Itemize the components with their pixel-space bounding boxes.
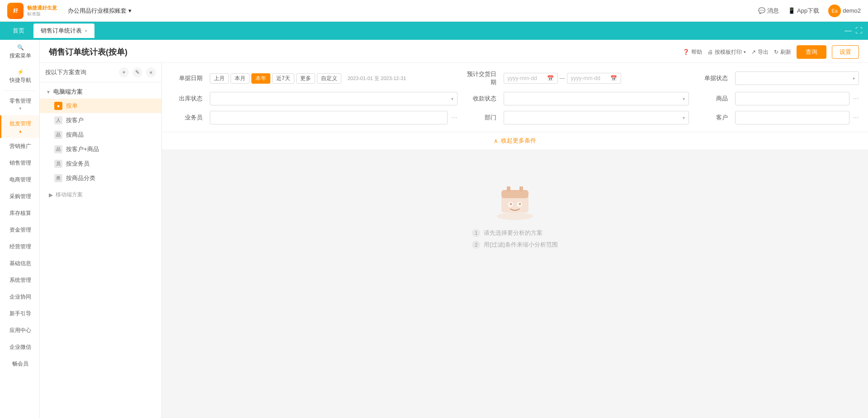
payment-status-select[interactable]: ▾ bbox=[504, 92, 689, 105]
svg-point-6 bbox=[519, 203, 521, 205]
sidebar-search-label: 搜索菜单 bbox=[9, 52, 31, 60]
ship-status-label: 出库状态 bbox=[171, 95, 203, 103]
sidebar-item-quick-nav[interactable]: ⚡ 快捷导航 bbox=[0, 64, 39, 89]
sidebar-item-wholesale[interactable]: 批发管理 ▲ bbox=[0, 115, 39, 138]
sidebar-item-system[interactable]: 系统管理 bbox=[0, 272, 39, 289]
add-scheme-button[interactable]: + bbox=[119, 67, 129, 77]
appstore-label: 应用中心 bbox=[9, 327, 31, 334]
scheme-item-by-salesperson[interactable]: 员 按业务员 bbox=[40, 157, 161, 171]
doc-status-select[interactable]: ▾ bbox=[735, 71, 859, 85]
sidebar-item-member[interactable]: 畅会员 bbox=[0, 356, 39, 372]
scheme-item-by-customer-goods[interactable]: 品 按客户+商品 bbox=[40, 142, 161, 157]
mobile-scheme-header[interactable]: ▶ 移动端方案 bbox=[40, 188, 161, 201]
last-7-days-btn[interactable]: 近7天 bbox=[272, 73, 294, 84]
goods-more-icon[interactable]: ··· bbox=[853, 95, 859, 103]
print-button[interactable]: 🖨 按模板打印 ▾ bbox=[708, 48, 746, 56]
refresh-button[interactable]: ↻ 刷新 bbox=[774, 48, 791, 56]
pc-scheme-label: 电脑端方案 bbox=[53, 88, 83, 96]
more-btn[interactable]: 更多 bbox=[296, 73, 315, 84]
sidebar-item-appstore[interactable]: 应用中心 bbox=[0, 322, 39, 339]
goods-select[interactable] bbox=[735, 92, 849, 105]
empty-hint-2: 用[过滤]条件来缩小分析范围 bbox=[484, 241, 557, 249]
calendar-from-icon: 📅 bbox=[547, 75, 554, 81]
salesperson-more-icon[interactable]: ··· bbox=[451, 114, 457, 122]
fullscreen-icon[interactable]: ⛶ bbox=[855, 27, 863, 35]
date-separator: — bbox=[560, 75, 565, 81]
sidebar-item-enterprise[interactable]: 企业协同 bbox=[0, 289, 39, 305]
app-download-button[interactable]: 📱 App下载 bbox=[788, 7, 819, 15]
tab-home[interactable]: 首页 bbox=[5, 24, 32, 38]
this-year-btn[interactable]: 本年 bbox=[251, 73, 270, 84]
custom-btn[interactable]: 自定义 bbox=[317, 73, 341, 84]
scheme-item-by-customer[interactable]: 人 按客户 bbox=[40, 113, 161, 128]
scheme-item-by-goods[interactable]: 品 按商品 bbox=[40, 128, 161, 142]
sidebar-item-finance[interactable]: 资金管理 bbox=[0, 222, 39, 238]
sidebar-item-search[interactable]: 🔍 搜索菜单 bbox=[0, 40, 39, 64]
sidebar-item-retail[interactable]: 零售管理 ▼ bbox=[0, 93, 39, 115]
doc-status-arrow-icon: ▾ bbox=[853, 76, 855, 81]
sidebar-item-marketing[interactable]: 营销推广 bbox=[0, 138, 39, 155]
collapse-label: 收起更多条件 bbox=[501, 137, 536, 145]
wechat-label: 企业微信 bbox=[9, 343, 31, 351]
mobile-arrow-icon: ▶ bbox=[49, 192, 53, 198]
expected-date-to[interactable]: yyyy-mm-dd 📅 bbox=[567, 73, 621, 84]
this-month-btn[interactable]: 本月 bbox=[231, 73, 250, 84]
department-select[interactable]: ▾ bbox=[504, 111, 689, 124]
close-tab-icon[interactable]: × bbox=[85, 28, 87, 33]
retail-label: 零售管理 bbox=[9, 97, 31, 105]
collapse-panel-button[interactable]: « bbox=[146, 67, 156, 77]
mobile-scheme-label: 移动端方案 bbox=[56, 191, 83, 199]
sidebar-item-wechat[interactable]: 企业微信 bbox=[0, 339, 39, 356]
empty-text-2: 2 用[过滤]条件来缩小分析范围 bbox=[472, 241, 557, 249]
customer-more-icon[interactable]: ··· bbox=[853, 114, 859, 122]
dropdown-arrow-icon: ▾ bbox=[128, 7, 132, 14]
setting-button[interactable]: 设置 bbox=[832, 45, 859, 59]
message-icon: 💬 bbox=[758, 7, 765, 14]
export-button[interactable]: ↗ 导出 bbox=[751, 48, 769, 56]
scheme-item-by-order[interactable]: ● 按单 bbox=[40, 99, 161, 113]
sidebar-item-basic[interactable]: 基础信息 bbox=[0, 255, 39, 272]
query-button[interactable]: 查询 bbox=[797, 45, 826, 59]
department-label: 部门 bbox=[465, 114, 496, 122]
main-layout: 🔍 搜索菜单 ⚡ 快捷导航 零售管理 ▼ 批发管理 ▲ 营销推广 销售管理 电商… bbox=[0, 40, 868, 418]
nav-tabs: 首页 销售订单统计表 × — ⛶ bbox=[0, 22, 868, 40]
customer-select[interactable] bbox=[735, 111, 849, 124]
expected-date-from[interactable]: yyyy-mm-dd 📅 bbox=[504, 73, 558, 84]
minimize-icon[interactable]: — bbox=[844, 27, 852, 35]
pc-scheme-group-header[interactable]: ▼ 电脑端方案 bbox=[40, 85, 161, 99]
svg-point-5 bbox=[510, 203, 512, 205]
tab-sales-order-summary[interactable]: 销售订单统计表 × bbox=[33, 24, 94, 38]
top-bar-left: 好 畅捷通好生意 标准版 办公用品行业模拟账套 ▾ bbox=[7, 3, 132, 19]
scheme-item-by-category[interactable]: 类 按商品分类 bbox=[40, 171, 161, 185]
filter-area: 单据日期 上月 本月 本年 近7天 更多 自定义 2023-01-01 至 20… bbox=[162, 63, 868, 132]
collapse-bar[interactable]: ∧ 收起更多条件 bbox=[162, 132, 868, 149]
system-label: 系统管理 bbox=[9, 276, 31, 284]
scheme-label-by-customer-goods: 按客户+商品 bbox=[66, 145, 99, 153]
filter-row-2: 出库状态 ▾ 收款状态 ▾ bbox=[171, 92, 859, 105]
user-profile[interactable]: Ea demo2 bbox=[828, 5, 861, 17]
last-month-btn[interactable]: 上月 bbox=[210, 73, 229, 84]
help-button[interactable]: ❓ 帮助 bbox=[683, 48, 702, 56]
salesperson-select[interactable] bbox=[210, 111, 448, 124]
edit-icon: ✎ bbox=[135, 69, 140, 76]
wholesale-label: 批发管理 bbox=[9, 120, 31, 128]
pc-scheme-group: ▼ 电脑端方案 ● 按单 人 按客户 品 bbox=[40, 82, 161, 188]
sidebar-item-ecommerce[interactable]: 电商管理 bbox=[0, 171, 39, 188]
ship-status-select[interactable]: ▾ bbox=[210, 92, 458, 105]
sidebar-item-purchase[interactable]: 采购管理 bbox=[0, 188, 39, 205]
date-quick-buttons: 上月 本月 本年 近7天 更多 自定义 bbox=[210, 73, 341, 84]
sidebar-item-inventory[interactable]: 库存核算 bbox=[0, 205, 39, 222]
message-button[interactable]: 💬 消息 bbox=[758, 7, 779, 15]
page-title: 销售订单统计表(按单) bbox=[49, 47, 127, 57]
edit-scheme-button[interactable]: ✎ bbox=[132, 67, 142, 77]
sidebar-item-guide[interactable]: 新手引导 bbox=[0, 305, 39, 322]
scheme-label-by-salesperson: 按业务员 bbox=[66, 160, 90, 168]
date-filter-label: 单据日期 bbox=[171, 74, 203, 82]
inventory-label: 库存核算 bbox=[9, 209, 31, 217]
operations-label: 经营管理 bbox=[9, 243, 31, 251]
account-dropdown[interactable]: 办公用品行业模拟账套 ▾ bbox=[68, 7, 132, 15]
sidebar-item-sales[interactable]: 销售管理 bbox=[0, 155, 39, 171]
quicknav-icon: ⚡ bbox=[17, 69, 24, 75]
sidebar-item-operations[interactable]: 经营管理 bbox=[0, 238, 39, 255]
download-icon: 📱 bbox=[788, 7, 795, 14]
